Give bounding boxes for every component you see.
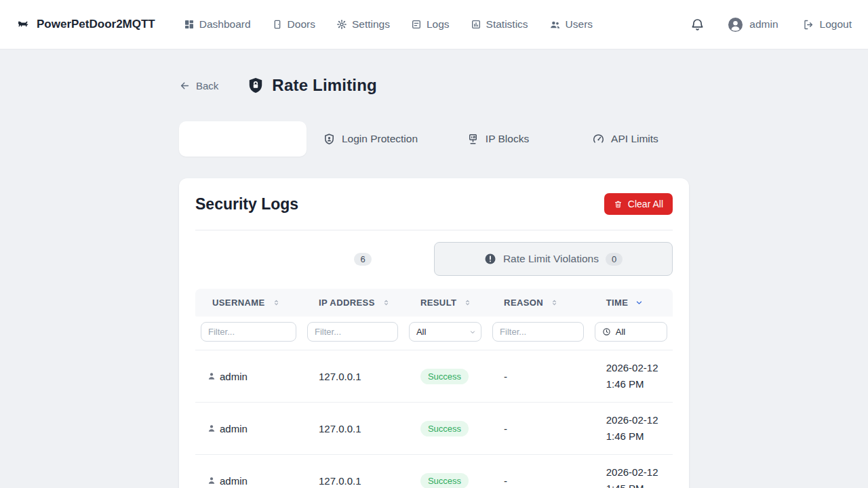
nav-right: admin Logout <box>690 17 852 33</box>
page-content: Back Rate Limiting Login Protection IP B… <box>179 76 689 488</box>
status-badge: Success <box>420 473 469 488</box>
col-header-result[interactable]: RESULT <box>403 289 487 317</box>
security-logs-card: Security Logs Clear All 6 Rate Limit Vio… <box>179 178 689 488</box>
tab-api-limits[interactable]: API Limits <box>561 121 689 157</box>
violations-label: Rate Limit Violations <box>503 253 599 265</box>
chevron-down-icon <box>635 298 644 307</box>
tab-active-blank[interactable] <box>179 121 307 157</box>
nav-label: Doors <box>288 18 315 30</box>
nav-label: Users <box>566 18 593 30</box>
nav-label: Dashboard <box>199 18 251 30</box>
back-label: Back <box>196 80 218 92</box>
nav-item-doors[interactable]: Doors <box>272 18 315 30</box>
logout-icon <box>803 19 814 30</box>
table-filter-row: All All <box>195 317 673 350</box>
gear-icon <box>336 19 347 30</box>
logout-label: Logout <box>820 18 852 30</box>
alert-circle-icon <box>484 253 496 265</box>
nav-item-dashboard[interactable]: Dashboard <box>184 18 251 30</box>
back-button[interactable]: Back <box>179 80 218 92</box>
clock-icon <box>602 327 611 336</box>
person-icon <box>207 476 216 485</box>
person-icon <box>207 371 216 381</box>
brand-logo[interactable]: PowerPetDoor2MQTT <box>16 18 155 32</box>
status-badge: Success <box>420 369 469 384</box>
shield-lock-icon <box>247 77 264 94</box>
login-attempts-count-badge: 6 <box>354 253 371 266</box>
sort-icon <box>272 298 281 307</box>
main-nav: Dashboard Doors Settings Logs Statistics… <box>184 18 593 30</box>
reason-filter-input[interactable] <box>492 322 584 342</box>
clear-all-label: Clear All <box>628 199 663 209</box>
shield-user-icon <box>323 133 336 146</box>
nav-label: Logs <box>427 18 450 30</box>
username-label: admin <box>749 18 778 30</box>
tab-login-protection[interactable]: Login Protection <box>307 121 434 157</box>
tab-label: IP Blocks <box>486 133 529 145</box>
network-icon <box>467 133 479 146</box>
logs-icon <box>411 19 422 30</box>
status-badge: Success <box>420 421 469 436</box>
tab-label: Login Protection <box>342 133 418 145</box>
page-title: Rate Limiting <box>247 76 377 95</box>
top-navbar: PowerPetDoor2MQTT Dashboard Doors Settin… <box>0 0 868 49</box>
time-filter-value: All <box>616 327 625 337</box>
sort-icon <box>382 298 391 307</box>
user-menu[interactable]: admin <box>728 17 778 33</box>
brand-name: PowerPetDoor2MQTT <box>37 18 155 31</box>
nav-item-users[interactable]: Users <box>549 18 593 30</box>
trash-icon <box>614 200 623 209</box>
col-header-time[interactable]: TIME <box>589 289 673 317</box>
col-header-ip-address[interactable]: IP ADDRESS <box>302 289 403 317</box>
bell-icon[interactable] <box>690 18 705 32</box>
page-title-text: Rate Limiting <box>272 76 377 95</box>
dashboard-icon <box>184 19 195 30</box>
card-title: Security Logs <box>195 195 298 214</box>
table-row: admin 127.0.0.1 Success - 2026-02-121:46… <box>195 350 673 403</box>
tab-label: API Limits <box>611 133 658 145</box>
ip-filter-input[interactable] <box>307 322 398 342</box>
security-logs-table: USERNAME IP ADDRESS RESULT REASON TIME A… <box>195 289 673 488</box>
card-header: Security Logs Clear All <box>195 193 673 230</box>
logout-button[interactable]: Logout <box>803 18 852 30</box>
result-filter-select[interactable]: All <box>409 322 481 342</box>
col-header-username[interactable]: USERNAME <box>195 289 302 317</box>
arrow-left-icon <box>179 80 191 92</box>
time-filter-button[interactable]: All <box>595 322 667 342</box>
back-row: Back Rate Limiting <box>179 76 689 95</box>
door-icon <box>272 19 283 30</box>
violations-count-badge: 0 <box>606 253 623 266</box>
tab-ip-blocks[interactable]: IP Blocks <box>434 121 561 157</box>
log-subtabs: 6 Rate Limit Violations 0 <box>195 242 673 276</box>
username-filter-input[interactable] <box>201 322 296 342</box>
subtab-login-attempts[interactable]: 6 <box>195 242 434 276</box>
clear-all-button[interactable]: Clear All <box>604 193 673 215</box>
nav-item-statistics[interactable]: Statistics <box>471 18 528 30</box>
nav-label: Statistics <box>486 18 528 30</box>
table-row: admin 127.0.0.1 Success - 2026-02-121:45… <box>195 455 673 488</box>
nav-item-logs[interactable]: Logs <box>411 18 450 30</box>
col-header-reason[interactable]: REASON <box>487 289 589 317</box>
sort-icon <box>550 298 559 307</box>
rate-limiting-tabs: Login Protection IP Blocks API Limits <box>179 121 689 157</box>
subtab-rate-limit-violations[interactable]: Rate Limit Violations 0 <box>434 242 673 276</box>
table-header-row: USERNAME IP ADDRESS RESULT REASON TIME <box>195 289 673 317</box>
table-row: admin 127.0.0.1 Success - 2026-02-121:46… <box>195 403 673 455</box>
nav-item-settings[interactable]: Settings <box>336 18 390 30</box>
gauge-icon <box>592 133 605 146</box>
users-icon <box>549 19 561 30</box>
sort-icon <box>463 298 472 307</box>
avatar-icon <box>728 17 743 33</box>
nav-label: Settings <box>352 18 390 30</box>
person-icon <box>207 424 216 433</box>
statistics-icon <box>471 19 481 30</box>
dog-icon <box>16 18 31 32</box>
